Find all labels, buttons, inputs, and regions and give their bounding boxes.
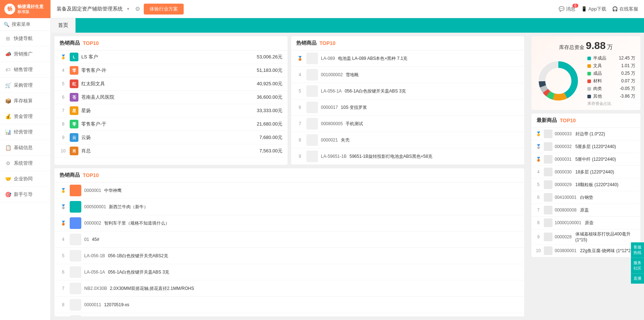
table-row: 6 苍 苍南县人民医院 36,600.00元 — [54, 91, 288, 104]
online-service-button[interactable]: 🎧 在线客服 — [612, 6, 638, 12]
inventory-subtitle: 库存资金占比 — [587, 101, 635, 106]
sidebar-item-xiaoshou[interactable]: 🏷 销售管理 — [0, 62, 50, 78]
product-code: LA-089 — [321, 56, 335, 61]
table-row: 6 0000017 10S 变扭罗浆 — [291, 99, 524, 116]
system-name: 装备及固定资产辅助管理系统 — [57, 6, 123, 12]
top-section: 热销商品 TOP10 🥇 L LS 客户 53,006.26元 4 零 — [54, 36, 524, 165]
products-right-top10: TOP10 — [319, 40, 335, 46]
product-code: LA-59651-1B — [321, 154, 347, 159]
product-name: 18多层 (1220*2440) — [575, 169, 637, 175]
sidebar-item-jichu[interactable]: 📋 基础信息 — [0, 140, 50, 156]
purchase-icon: 🛒 — [5, 82, 11, 88]
product-code: 0000029 — [555, 182, 572, 187]
customer-name: 零售客户-许 — [81, 67, 254, 74]
product-name: 45# — [92, 237, 519, 242]
list-item: 4 01 45# — [54, 231, 524, 248]
content-right: 库存总资金 9.88 万 — [528, 33, 644, 320]
table-row: 4 零 零售客户-许 51,183.00元 — [54, 64, 288, 77]
customer-value: 36,600.00元 — [257, 94, 282, 100]
sidebar-item-jingying[interactable]: 📊 经营管理 — [0, 124, 50, 140]
list-item: 7 000800008 原盖 — [531, 204, 640, 217]
donut-legend: 半成品 12.45 万 文具 1.01 万 成品 0.25 万 — [587, 55, 635, 106]
hot-products-card: 热销商品 TOP10 🥇 0000001 中华神鹰 🥈 000500001 新 — [54, 168, 524, 316]
hot-products-header: 热销商品 TOP10 — [54, 168, 524, 182]
legend-item: 其他 -3.86 万 — [587, 93, 635, 99]
product-name: 5厘多层 (1220*2440) — [575, 144, 637, 150]
product-name: 白钢垫 — [580, 194, 637, 201]
logo-text: 畅捷通好生意 标准版 — [17, 4, 44, 14]
sidebar-item-kuaijie[interactable]: ⊞ 快捷导航 — [0, 31, 50, 46]
product-name: 原壶 — [585, 220, 637, 226]
table-row: 8 零 零售客户-于 21,680.00元 — [54, 118, 288, 131]
tab-home[interactable]: 首页 — [51, 18, 76, 33]
list-item: 9 KK-SD22110H 花语萌恒温分腿睡袋（厚款） — [54, 313, 524, 316]
app-download-button[interactable]: 📱 App下载 — [581, 6, 606, 12]
trial-button[interactable]: 体验行业方案 — [144, 4, 184, 15]
list-item: 🥇 0000033 封边带 (1.0*22) — [531, 128, 640, 140]
new-products-top10: TOP10 — [560, 118, 576, 123]
new-products-header: 最新商品 TOP10 — [531, 114, 640, 128]
product-code: LA-056-1A — [84, 270, 105, 275]
gear-icon[interactable]: ⚙ — [135, 5, 140, 12]
legend-value: 1.01 万 — [621, 63, 635, 69]
guide-icon: 🎯 — [5, 192, 11, 197]
products-right-title: 热销商品 — [296, 40, 317, 46]
product-thumbnail — [306, 102, 318, 113]
list-item: 🥇 0000001 中华神鹰 — [54, 182, 524, 199]
sidebar-item-zijin[interactable]: 💰 资金管理 — [0, 109, 50, 124]
cs-live-button[interactable]: 直播 — [631, 274, 644, 284]
top-products-right-header: 热销商品 TOP10 — [291, 36, 524, 50]
list-item: 🥉 0000002 智利车子里（规格不知道填什么） — [54, 215, 524, 231]
rank-num: 7 — [535, 208, 542, 213]
product-name: 中华神鹰 — [104, 188, 519, 194]
customer-value: 7,563.00元 — [259, 148, 282, 154]
home-icon: ⊞ — [5, 36, 11, 41]
cs-community-button[interactable]: 服务社区 — [631, 258, 644, 274]
product-name: 59651-1B旋转投影灯电池盒ABS黑色+58克 — [350, 153, 519, 160]
top-customers-header: 热销商品 TOP10 — [54, 36, 288, 50]
sidebar-item-yingxiao[interactable]: 📣 营销推广 — [0, 46, 50, 62]
rank-num: 4 — [60, 237, 67, 242]
search-menu[interactable]: 🔍 搜索菜单 — [0, 18, 50, 31]
product-name: 056-1B白色按键开关壳ABS2克 — [108, 253, 519, 259]
product-code: LA-056-1A — [321, 89, 342, 94]
legend-value: -0.05 万 — [620, 86, 635, 92]
legend-label: 半成品 — [593, 55, 617, 61]
medal-gold-icon: 🥇 — [535, 131, 542, 136]
product-code: NB2.0X30B — [84, 286, 107, 291]
sidebar-item-xitong[interactable]: ⚙ 系统管理 — [0, 156, 50, 171]
product-code: 004100001 — [555, 195, 576, 200]
list-item: 6 004100001 白钢垫 — [531, 191, 640, 204]
customer-badge: 零 — [70, 66, 78, 75]
product-code: 0000033 — [555, 131, 572, 136]
business-icon: 📊 — [5, 129, 11, 135]
table-row: 9 LA-59651-1B 59651-1B旋转投影灯电池盒ABS黑色+58克 — [291, 148, 524, 165]
inventory-icon: 📦 — [5, 98, 11, 104]
new-products-list: 🥇 0000033 封边带 (1.0*22) 🥈 0000032 5厘多层 (1… — [531, 128, 640, 257]
sidebar-item-caigou[interactable]: 🛒 采购管理 — [0, 78, 50, 93]
product-code: 000800005 — [321, 121, 343, 126]
sidebar-item-kucun[interactable]: 📦 库存核算 — [0, 93, 50, 109]
legend-item: 半成品 12.45 万 — [587, 55, 635, 61]
sidebar-item-qiye[interactable]: 🤝 企业协同 — [0, 171, 50, 187]
legend-color — [587, 64, 591, 68]
cs-hotline-button[interactable]: 客服热线 — [631, 242, 644, 258]
medal-bronze-icon: 🥉 — [535, 157, 542, 162]
sidebar-item-xinshou[interactable]: 🎯 新手引导 — [0, 187, 50, 202]
product-name: 体城嘉核味苏打饮品400毫升 (1*15) — [575, 231, 637, 242]
legend-item: 文具 1.01 万 — [587, 63, 635, 69]
messages-button[interactable]: 💬 消息 6 — [559, 6, 575, 12]
list-item: 8 0000011 12070519-xs — [54, 297, 524, 313]
product-name: 原盖 — [580, 207, 637, 213]
product-code: LA-056-1B — [84, 253, 105, 258]
content-left: 热销商品 TOP10 🥇 L LS 客户 53,006.26元 4 零 — [51, 33, 528, 320]
medal-bronze-icon: 🥉 — [60, 221, 67, 226]
product-thumbnail — [544, 218, 553, 227]
customer-value: 21,680.00元 — [257, 121, 282, 127]
dropdown-icon[interactable]: ▼ — [126, 7, 130, 11]
header: 装备及固定资产辅助管理系统 ▼ ⚙ 体验行业方案 💬 消息 6 📱 App下载 … — [51, 0, 644, 18]
product-code: 0000001 — [84, 188, 101, 193]
customers-title: 热销商品 — [60, 40, 80, 46]
hot-products-list: 🥇 0000001 中华神鹰 🥈 000500001 新西兰牛肉（新牛） 🥉 — [54, 182, 524, 316]
product-thumbnail — [544, 233, 553, 241]
